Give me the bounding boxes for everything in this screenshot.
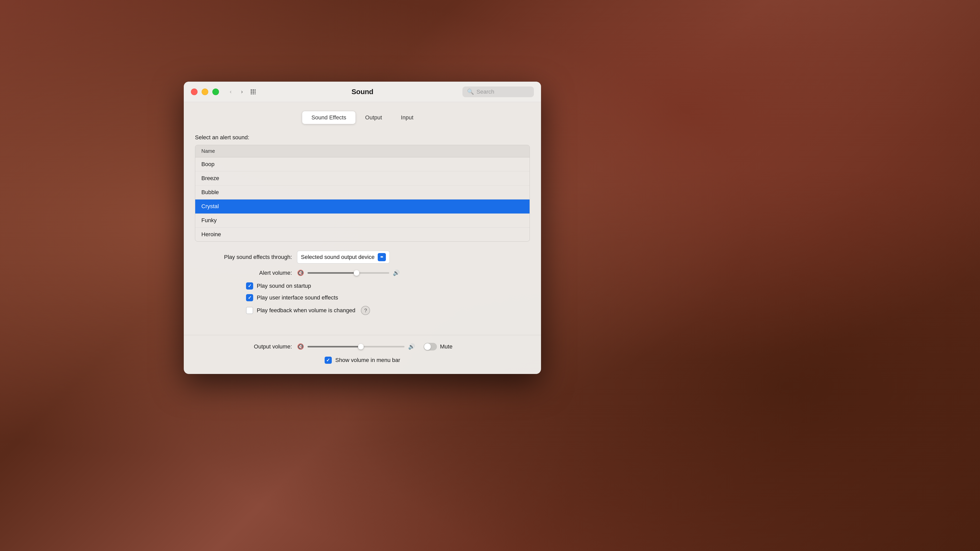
grid-button[interactable]: [248, 87, 258, 97]
alert-volume-row: Alert volume: 🔇 🔊: [195, 270, 530, 276]
tab-output[interactable]: Output: [356, 111, 391, 124]
play-startup-row: ✓ Play sound on startup: [195, 283, 530, 289]
svg-rect-6: [251, 94, 252, 94]
help-button[interactable]: ?: [361, 306, 370, 315]
svg-rect-8: [255, 94, 256, 94]
alert-sound-label: Select an alert sound:: [195, 134, 530, 141]
output-volume-fill: [307, 346, 361, 348]
play-ui-label: Play user interface sound effects: [257, 294, 338, 301]
close-button[interactable]: [191, 89, 197, 95]
output-volume-track[interactable]: [307, 346, 404, 348]
sound-list: Name Boop Breeze Bubble Crystal Funky He…: [195, 145, 530, 241]
play-feedback-label: Play feedback when volume is changed: [257, 307, 355, 314]
checkmark-icon: ✓: [248, 283, 251, 289]
alert-volume-slider-container: 🔇 🔊: [297, 270, 400, 276]
sound-item-heroine[interactable]: Heroine: [195, 227, 530, 241]
play-feedback-checkbox[interactable]: [246, 307, 253, 314]
output-volume-slider-container: 🔇 🔊 Mute: [297, 343, 452, 351]
tab-input[interactable]: Input: [392, 111, 423, 124]
output-volume-label: Output volume:: [195, 343, 292, 350]
sound-preferences-window: ‹ › Sound 🔍 Search Sound Ef: [184, 82, 541, 374]
tabs-container: Sound Effects Output Input: [195, 111, 530, 124]
output-volume-high-icon: 🔊: [408, 343, 415, 350]
search-bar[interactable]: 🔍 Search: [463, 86, 534, 97]
back-button[interactable]: ‹: [226, 87, 235, 97]
mute-toggle[interactable]: Mute: [424, 343, 452, 351]
play-feedback-row: Play feedback when volume is changed ?: [195, 306, 530, 315]
play-through-row: Play sound effects through: Selected sou…: [195, 251, 530, 264]
dropdown-arrow-icon: [378, 253, 386, 261]
show-volume-row: ✓ Show volume in menu bar: [195, 357, 530, 364]
alert-volume-track[interactable]: [307, 272, 389, 274]
play-through-label: Play sound effects through:: [195, 254, 292, 260]
search-icon: 🔍: [467, 89, 474, 95]
alert-volume-label: Alert volume:: [195, 270, 292, 276]
volume-low-icon: 🔇: [297, 270, 304, 276]
play-through-value: Selected sound output device: [301, 254, 375, 260]
svg-rect-1: [253, 89, 254, 91]
volume-high-icon: 🔊: [393, 270, 400, 276]
svg-rect-7: [253, 94, 254, 94]
sound-item-bubble[interactable]: Bubble: [195, 186, 530, 200]
sound-list-header: Name: [195, 145, 530, 157]
alert-volume-thumb[interactable]: [354, 270, 360, 276]
play-ui-row: ✓ Play user interface sound effects: [195, 294, 530, 301]
titlebar: ‹ › Sound 🔍 Search: [184, 82, 541, 102]
sound-item-funky[interactable]: Funky: [195, 213, 530, 227]
window-title: Sound: [352, 88, 373, 96]
svg-rect-2: [255, 89, 256, 91]
svg-rect-4: [253, 91, 254, 93]
output-volume-thumb[interactable]: [358, 344, 364, 349]
output-volume-row: Output volume: 🔇 🔊 Mute: [195, 343, 530, 351]
output-volume-low-icon: 🔇: [297, 343, 304, 350]
checkmark-icon: ✓: [248, 295, 251, 300]
content-area: Sound Effects Output Input Select an ale…: [184, 102, 541, 332]
tab-sound-effects[interactable]: Sound Effects: [302, 111, 355, 124]
search-placeholder: Search: [476, 89, 494, 95]
traffic-lights: [191, 89, 219, 95]
play-through-dropdown[interactable]: Selected sound output device: [297, 251, 390, 264]
svg-rect-3: [251, 91, 252, 93]
svg-rect-0: [251, 89, 252, 91]
nav-buttons: ‹ ›: [226, 87, 247, 97]
play-startup-label: Play sound on startup: [257, 283, 311, 289]
sound-item-boop[interactable]: Boop: [195, 157, 530, 171]
minimize-button[interactable]: [202, 89, 208, 95]
output-section: Output volume: 🔇 🔊 Mute ✓ Show volume in…: [184, 343, 541, 374]
play-ui-checkbox[interactable]: ✓: [246, 294, 253, 301]
forward-button[interactable]: ›: [237, 87, 247, 97]
svg-rect-5: [255, 91, 256, 93]
alert-volume-fill: [307, 272, 356, 274]
play-startup-checkbox[interactable]: ✓: [246, 283, 253, 289]
checkmark-icon: ✓: [326, 357, 330, 363]
show-volume-label: Show volume in menu bar: [335, 357, 400, 364]
mute-toggle-knob[interactable]: [424, 343, 437, 351]
mute-label: Mute: [440, 343, 452, 350]
sound-item-breeze[interactable]: Breeze: [195, 171, 530, 186]
sound-item-crystal[interactable]: Crystal: [195, 200, 530, 213]
maximize-button[interactable]: [212, 89, 219, 95]
show-volume-checkbox[interactable]: ✓: [325, 357, 332, 364]
